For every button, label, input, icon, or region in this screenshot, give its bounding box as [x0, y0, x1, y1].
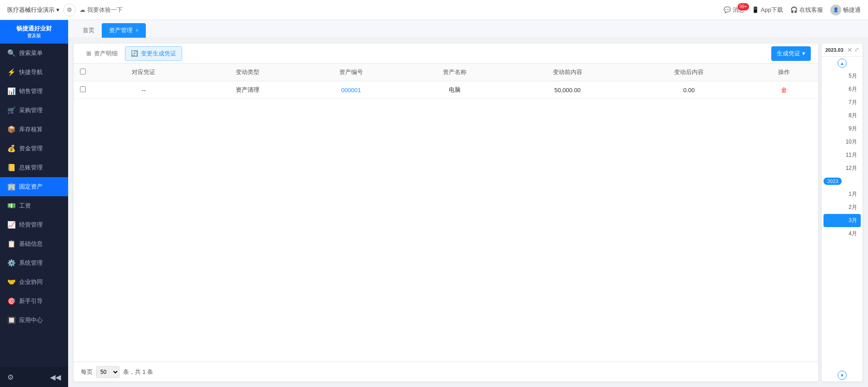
settings-icon: ⚙️ [7, 259, 15, 267]
message-badge: 99+ [738, 3, 749, 10]
sidebar-item-purchase[interactable]: 🛒 采购管理 [0, 101, 68, 120]
page-content: ⊞ 资产明细 🔄 变更生成凭证 生成凭证 ▾ [68, 38, 868, 387]
lightning-icon: ⚡ [7, 68, 15, 76]
expand-icon[interactable]: ⤢ [854, 46, 859, 54]
pagination: 每页 50 10 20 100 条，共 1 条 [74, 362, 818, 382]
sidebar-item-label: 总账管理 [19, 164, 43, 172]
sub-tabs-left: ⊞ 资产明细 🔄 变更生成凭证 [81, 46, 182, 61]
row-checkbox[interactable] [80, 86, 86, 92]
sidebar-item-label: 搜索菜单 [19, 49, 43, 57]
table-header-change-type: 变动类型 [195, 64, 299, 81]
user-action[interactable]: 👤 畅捷通 [830, 5, 861, 15]
money-icon: 💰 [7, 144, 15, 153]
sub-tab-change-voucher[interactable]: 🔄 变更生成凭证 [125, 46, 182, 61]
month-item-7[interactable]: 7月 [822, 96, 863, 109]
month-item-6[interactable]: 6月 [822, 83, 863, 96]
month-item-8[interactable]: 8月 [822, 109, 863, 122]
message-action[interactable]: 💬 消息 99+ [724, 6, 744, 14]
scroll-down-button[interactable]: ▼ [822, 369, 863, 382]
trend-icon: 📈 [7, 221, 15, 229]
company-name: 医疗器械行业演示 [7, 6, 55, 14]
sidebar-item-guide[interactable]: 🎯 新手引导 [0, 292, 68, 311]
scroll-up-button[interactable]: ▲ [822, 57, 863, 69]
month-item-12[interactable]: 12月 [822, 162, 863, 175]
tab-close-icon[interactable]: × [135, 27, 139, 34]
close-icon[interactable]: ✕ [847, 46, 853, 54]
app-download-action[interactable]: 📱 App下载 [752, 6, 783, 14]
sidebar-menu: 🔍 搜索菜单 ⚡ 快捷导航 📊 销售管理 🛒 采购管理 📦 库存核算 💰 [0, 44, 68, 367]
sidebar-item-label: 经营管理 [19, 221, 43, 229]
current-year-section: 2023 [822, 175, 863, 188]
header-right: 💬 消息 99+ 📱 App下载 🎧 在线客服 👤 畅捷通 [724, 5, 861, 15]
app-download-label: App下载 [761, 6, 783, 14]
sidebar-item-basic-info[interactable]: 📋 基础信息 [0, 234, 68, 253]
table-header-voucher: 对应凭证 [92, 64, 195, 81]
total-label: 条，共 1 条 [123, 368, 153, 376]
table-header-row: 对应凭证 变动类型 资产编号 资产名称 变动前内容 变动后内容 操作 [74, 64, 818, 81]
chevron-down-icon: ▼ [838, 371, 847, 380]
month-item-10[interactable]: 10月 [822, 135, 863, 149]
per-page-select[interactable]: 50 10 20 100 [96, 366, 119, 378]
experience-button[interactable]: ☁ 我要体验一下 [79, 6, 123, 14]
grid-icon: 🔲 [7, 316, 15, 324]
table-row: -- 资产清理 000001 电脑 50,000.00 0.00 🗑 [74, 81, 818, 99]
mobile-icon: 📱 [752, 6, 759, 13]
month-item-5[interactable]: 5月 [822, 69, 863, 83]
table-icon: ⊞ [86, 50, 91, 57]
row-checkbox-cell [74, 81, 92, 99]
collapse-icon[interactable]: ◀◀ [50, 373, 61, 382]
month-item-11[interactable]: 11月 [822, 149, 863, 162]
sidebar-item-label: 应用中心 [19, 316, 43, 324]
row-voucher: -- [92, 81, 195, 99]
sidebar-item-label: 企业协同 [19, 278, 43, 286]
sidebar-item-label: 固定资产 [19, 183, 43, 191]
month-item-2[interactable]: 2月 [822, 201, 863, 214]
clipboard-icon: 📋 [7, 240, 15, 248]
right-panel: 2023.03 ✕ ⤢ ▲ 5月 6月 7月 8月 9月 10月 11月 [822, 44, 863, 382]
month-item-9[interactable]: 9月 [822, 122, 863, 135]
sidebar-item-quick-nav[interactable]: ⚡ 快捷导航 [0, 63, 68, 82]
sidebar-item-finance[interactable]: 💰 资金管理 [0, 139, 68, 158]
table-header-checkbox [74, 64, 92, 81]
sidebar-item-search[interactable]: 🔍 搜索菜单 [0, 44, 68, 63]
tab-home[interactable]: 首页 [75, 23, 102, 38]
sidebar-item-ledger[interactable]: 📒 总账管理 [0, 158, 68, 177]
avatar: 👤 [830, 5, 841, 15]
table-header-after-content: 变动后内容 [628, 64, 750, 81]
tab-asset-mgmt[interactable]: 资产管理 × [102, 23, 146, 38]
chevron-down-icon: ▾ [56, 6, 60, 13]
generate-voucher-button[interactable]: 生成凭证 ▾ [771, 46, 811, 61]
table-header-action: 操作 [750, 64, 818, 81]
sidebar-item-label: 库存核算 [19, 125, 43, 134]
sidebar-item-payroll[interactable]: 💵 工资 [0, 196, 68, 215]
book-icon: 📒 [7, 164, 15, 172]
tab-bar: 首页 资产管理 × [68, 20, 868, 38]
settings-bottom-icon[interactable]: ⚙ [7, 373, 14, 382]
main-panel: ⊞ 资产明细 🔄 变更生成凭证 生成凭证 ▾ [74, 44, 818, 382]
sidebar-item-system[interactable]: ⚙️ 系统管理 [0, 253, 68, 273]
online-service-action[interactable]: 🎧 在线客服 [790, 6, 823, 14]
current-period-label: 2023.03 [825, 47, 843, 53]
online-service-label: 在线客服 [799, 6, 823, 14]
sidebar-item-enterprise[interactable]: 🤝 企业协同 [0, 273, 68, 292]
month-item-3-current[interactable]: 3月 [823, 214, 861, 227]
sidebar-item-inventory[interactable]: 📦 库存核算 [0, 120, 68, 139]
sidebar-item-label: 基础信息 [19, 240, 43, 248]
month-item-1[interactable]: 1月 [822, 188, 863, 201]
company-selector[interactable]: 医疗器械行业演示 ▾ [7, 6, 60, 14]
table-header-asset-no: 资产编号 [299, 64, 403, 81]
sub-tab-asset-detail[interactable]: ⊞ 资产明细 [81, 46, 123, 61]
header-settings-button[interactable]: ⚙ [63, 4, 76, 16]
select-all-checkbox[interactable] [80, 69, 86, 74]
sidebar-item-fixed-assets[interactable]: 🏢 固定资产 [0, 177, 68, 196]
sub-tabs: ⊞ 资产明细 🔄 变更生成凭证 生成凭证 ▾ [74, 44, 818, 64]
sidebar-item-sales[interactable]: 📊 销售管理 [0, 82, 68, 101]
change-icon: 🔄 [131, 50, 138, 57]
chart-icon: 📊 [7, 87, 15, 95]
headset-icon: 🎧 [790, 6, 798, 13]
sidebar-item-operation[interactable]: 📈 经营管理 [0, 215, 68, 234]
sidebar-item-app-center[interactable]: 🔲 应用中心 [0, 311, 68, 330]
delete-icon[interactable]: 🗑 [781, 86, 787, 94]
month-item-4[interactable]: 4月 [822, 227, 863, 240]
gear-icon: ⚙ [67, 6, 72, 13]
